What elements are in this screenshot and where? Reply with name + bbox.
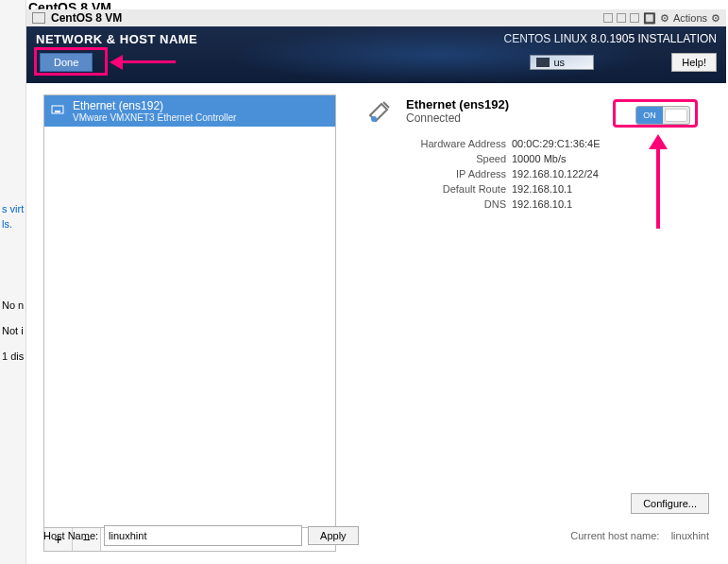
- detail-row: DNS192.168.10.1: [364, 198, 709, 210]
- window-titlebar: CentOS 8 VM 🔲 ⚙ Actions ⚙: [26, 9, 726, 26]
- configure-button[interactable]: Configure...: [631, 493, 709, 514]
- keyboard-layout-label: us: [553, 57, 565, 68]
- win-control-icon[interactable]: [603, 13, 613, 23]
- interface-name: Ethernet (ens192): [73, 99, 236, 112]
- win-control-icon[interactable]: [630, 13, 639, 23]
- interface-item[interactable]: Ethernet (ens192) VMware VMXNET3 Etherne…: [44, 95, 335, 127]
- toggle-knob: [665, 109, 687, 122]
- vm-icon: [32, 12, 45, 24]
- connection-details: Ethernet (ens192) Connected ON Hardware …: [346, 94, 709, 552]
- window-title: CentOS 8 VM: [51, 11, 122, 25]
- installer-header: NETWORK & HOST NAME CENTOS LINUX 8.0.190…: [26, 26, 726, 83]
- installer-body: Ethernet (ens192) VMware VMXNET3 Etherne…: [26, 83, 726, 559]
- apply-button[interactable]: Apply: [308, 526, 359, 545]
- connection-title: Ethernet (ens192): [406, 97, 509, 111]
- annotation-arrow: [110, 57, 176, 66]
- keyboard-layout-selector[interactable]: us: [530, 55, 594, 70]
- keyboard-icon: [536, 58, 550, 67]
- bg-text: 1 dis: [2, 350, 24, 362]
- detail-row: Hardware Address00:0C:29:C1:36:4E: [364, 138, 709, 149]
- done-button[interactable]: Done: [40, 53, 93, 72]
- ethernet-icon: [50, 99, 65, 120]
- bg-text: No n: [2, 299, 24, 311]
- connection-toggle[interactable]: ON: [635, 106, 690, 125]
- actions-menu[interactable]: Actions: [673, 12, 707, 24]
- page-title: NETWORK & HOST NAME: [36, 32, 197, 46]
- current-hostname-value: linuxhint: [671, 530, 709, 541]
- installer-window: NETWORK & HOST NAME CENTOS LINUX 8.0.190…: [26, 26, 726, 559]
- gear-icon[interactable]: ⚙: [660, 12, 669, 25]
- connection-status: Connected: [406, 111, 509, 125]
- ethernet-plug-icon: [364, 94, 397, 127]
- current-hostname-label: Current host name:: [570, 530, 659, 541]
- bg-text: s virt: [0, 203, 24, 214]
- interface-desc: VMware VMXNET3 Ethernet Controller: [73, 112, 236, 123]
- bg-text: Not i: [2, 325, 24, 336]
- install-banner: CENTOS LINUX 8.0.1905 INSTALLATION: [504, 32, 717, 45]
- connection-detail-grid: Hardware Address00:0C:29:C1:36:4E Speed1…: [364, 138, 709, 210]
- hostname-label: Host Name:: [43, 530, 98, 541]
- detail-row: Default Route192.168.10.1: [364, 183, 709, 195]
- bg-text: ls.: [0, 218, 12, 230]
- detail-row: Speed10000 Mb/s: [364, 153, 709, 164]
- svg-rect-1: [55, 111, 60, 112]
- toggle-on-label: ON: [636, 107, 663, 124]
- win-control-icon[interactable]: [617, 13, 626, 23]
- help-button[interactable]: Help!: [671, 53, 717, 72]
- interface-column: Ethernet (ens192) VMware VMXNET3 Etherne…: [43, 94, 336, 552]
- interface-list[interactable]: Ethernet (ens192) VMware VMXNET3 Etherne…: [43, 94, 336, 528]
- hostname-row: Host Name: Apply Current host name: linu…: [43, 525, 709, 546]
- hostname-input[interactable]: [104, 525, 302, 546]
- gear-icon[interactable]: ⚙: [711, 12, 720, 25]
- svg-point-2: [371, 116, 377, 122]
- flag-icon: 🔲: [643, 12, 656, 25]
- detail-row: IP Address192.168.10.122/24: [364, 168, 709, 179]
